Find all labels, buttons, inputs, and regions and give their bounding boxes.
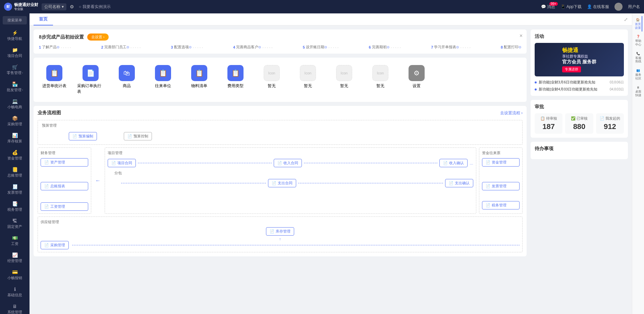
- quick-item-partner[interactable]: 📋 往来单位: [146, 62, 180, 98]
- go-settings-button[interactable]: 去设置 ›: [87, 34, 109, 41]
- sidebar-item-ecommerce[interactable]: 💻 小畅电商: [1, 96, 28, 112]
- tax-icon: 📑: [12, 201, 18, 206]
- notice-date: 04月03日: [610, 87, 624, 92]
- settings-icon[interactable]: ⚙: [70, 4, 74, 9]
- sidebar-item-system[interactable]: 🖥 系统管理: [1, 301, 28, 314]
- quick-item-settings[interactable]: ⚙ 设置: [400, 62, 433, 98]
- ledger-icon: 📒: [12, 167, 18, 172]
- sidebar-item-project-contract[interactable]: 📁 项目合同: [1, 45, 28, 61]
- approval-title: 审批: [535, 104, 624, 110]
- capital-mgmt-node[interactable]: 📄 资金管理: [482, 158, 520, 167]
- main-layout: 搜索菜单 ⚡ 快捷导航 📁 项目合同 🛒 零售管理 › 🏪 批发管理 › 💻: [0, 13, 644, 314]
- quick-item-bom[interactable]: 📋 物料清单: [182, 62, 216, 98]
- community-icon: 👥: [636, 69, 640, 72]
- right-mini-sidebar: 🏠 首页设置 ❓ 帮助中心 📞 客服热线 👥 服务社区 🖥 桌面快捷: [632, 13, 644, 314]
- quick-item-empty3[interactable]: Icon 暂无: [327, 62, 361, 98]
- assets-icon: 🏗: [12, 218, 17, 224]
- tax-mgmt-node[interactable]: 📄 税务管理: [482, 201, 520, 209]
- sidebar-item-label: 经营管理: [7, 258, 22, 263]
- app-download-button[interactable]: 📱 App下载: [560, 4, 582, 10]
- income-contract-node[interactable]: 📄 收入合同: [274, 159, 302, 167]
- sidebar-item-operation[interactable]: 📈 经营管理: [1, 250, 28, 266]
- approval-stat-my-submit[interactable]: 📄 我发起的 912: [596, 113, 624, 134]
- right-sidebar-desktop[interactable]: 🖥 桌面快捷: [635, 84, 642, 99]
- asset-mgmt-node[interactable]: 📄 资产管理: [41, 158, 88, 167]
- quick-item-empty4[interactable]: Icon 暂无: [364, 62, 397, 98]
- search-menu-button[interactable]: 搜索菜单: [3, 16, 27, 24]
- income-confirm-node[interactable]: 📄 收入确认: [439, 159, 468, 167]
- sidebar-item-finance[interactable]: 💰 资金管理: [1, 147, 28, 164]
- company-selector[interactable]: 公司名称 ▾: [42, 3, 66, 10]
- sidebar-item-basic-info[interactable]: ℹ 基础信息: [1, 284, 28, 300]
- quick-item-label: 费用类型: [227, 83, 244, 89]
- sidebar-item-purchase[interactable]: 📦 采购管理: [1, 113, 28, 129]
- sidebar-item-retail[interactable]: 🛒 零售管理 ›: [1, 62, 28, 78]
- project-contract-node[interactable]: 📄 项目合同: [108, 159, 136, 167]
- approval-stat-approved[interactable]: ✅ 已审核 880: [565, 113, 593, 134]
- join-group-button[interactable]: 专属进群: [562, 66, 581, 72]
- avatar[interactable]: [614, 3, 623, 11]
- general-ledger-node[interactable]: 📄 总账报表: [41, 182, 88, 190]
- sidebar-item-tax[interactable]: 📑 税务管理: [1, 198, 28, 215]
- sidebar-item-wholesale[interactable]: 🏪 批发管理 ›: [1, 79, 28, 95]
- step-divider: - - - - -: [391, 45, 430, 49]
- right-sidebar-hotline[interactable]: 📞 客服热线: [635, 50, 642, 65]
- biz-flow-link[interactable]: 去设置流程 ›: [500, 110, 523, 116]
- notice-dot-icon: [535, 88, 537, 90]
- budget-group: 预算管理 📄 预算编制 📄 预算控制: [38, 120, 523, 145]
- setup-title: 8步完成产品初始设置: [39, 34, 84, 40]
- salary-mgmt-node[interactable]: 📄 工资管理: [41, 202, 88, 211]
- right-sidebar-home[interactable]: 🏠 首页设置: [634, 16, 642, 32]
- demo-link[interactable]: 我要看实例演示: [79, 4, 111, 10]
- quick-item-empty1[interactable]: Icon 暂无: [255, 62, 288, 98]
- sidebar-item-fixed-assets[interactable]: 🏗 固定资产: [1, 215, 28, 232]
- sidebar-item-quick-nav[interactable]: ⚡ 快捷导航: [1, 27, 28, 44]
- quick-item-expense-type[interactable]: 📋 费用类型: [219, 62, 252, 98]
- right-sidebar-help[interactable]: ❓ 帮助中心: [635, 33, 642, 48]
- sidebar-item-label: 小畅电商: [7, 105, 22, 110]
- expense-confirm-node[interactable]: 📄 支出确认: [445, 179, 473, 187]
- maximize-button[interactable]: ⤢: [624, 17, 628, 22]
- step-divider: - - - - -: [262, 45, 302, 49]
- step-4: 4 完善商品客户 ⊙: [233, 45, 261, 50]
- sidebar-item-invoice[interactable]: 🧾 发票管理: [1, 181, 28, 198]
- tab-home[interactable]: 首页: [34, 13, 53, 25]
- quick-item-purchase-order[interactable]: 📄 采购订单执行表: [74, 62, 107, 98]
- messages-button[interactable]: 💬 消息 99+: [541, 4, 555, 10]
- activity-notices: 新功能|业财3月6日功能更新抢先知 03月06日 新功能|业财4月03日功能更新…: [535, 80, 624, 92]
- chevron-right-icon: ›: [22, 71, 23, 74]
- sidebar-item-salary[interactable]: 💵 工资: [1, 233, 28, 249]
- step-label: 完善期初: [372, 45, 387, 50]
- step-5: 5 设开账日期 ⊙: [303, 45, 327, 50]
- quick-item-empty2[interactable]: Icon 暂无: [291, 62, 325, 98]
- system-icon: 🖥: [12, 304, 17, 309]
- close-button[interactable]: ×: [520, 33, 523, 39]
- invoice-icon: 🧾: [12, 184, 18, 189]
- notice-item-2[interactable]: 新功能|业财4月03日功能更新抢先知 04月03日: [535, 87, 624, 92]
- sidebar-item-inventory-calc[interactable]: 📊 库存核算: [1, 130, 28, 146]
- inventory-mgmt-node[interactable]: 📄 库存管理: [266, 227, 294, 236]
- expense-contract-node[interactable]: 📄 支出合同: [268, 179, 296, 187]
- budget-control-node[interactable]: 📄 预算控制: [124, 132, 152, 140]
- empty2-icon: Icon: [300, 65, 316, 81]
- online-support-button[interactable]: 👤 在线客服: [587, 4, 609, 10]
- doc-icon: 📄: [270, 229, 274, 234]
- quick-item-goods[interactable]: 🛍 商品: [110, 62, 144, 98]
- expense-type-icon: 📋: [227, 65, 244, 81]
- quick-item-stock-stat[interactable]: 📋 进货单统计表: [38, 62, 71, 98]
- app-logo: 财 畅捷通好业财 专业版: [4, 2, 38, 11]
- right-sidebar-community[interactable]: 👥 服务社区: [635, 67, 642, 82]
- budget-plan-node[interactable]: 📄 预算编制: [69, 132, 97, 140]
- banner-line1: 畅捷通: [562, 47, 578, 54]
- step-divider: - - - - -: [460, 45, 499, 49]
- sidebar-item-general-ledger[interactable]: 📒 总账管理: [1, 164, 28, 181]
- approval-stat-pending[interactable]: 📋 待审核 187: [535, 113, 562, 134]
- sidebar-item-label: 税务管理: [7, 207, 22, 212]
- my-submit-label: 我发起的: [605, 116, 620, 121]
- sidebar-item-expense[interactable]: 💳 小畅报销: [1, 267, 28, 283]
- purchase-mgmt-node[interactable]: 📄 采购管理: [41, 241, 69, 249]
- project-group-label: 项目管理: [108, 150, 473, 155]
- notice-item-1[interactable]: 新功能|业财3月6日功能更新抢先知 03月06日: [535, 80, 624, 85]
- invoice-mgmt-node[interactable]: 📄 发票管理: [482, 182, 520, 190]
- settings-icon: ⚙: [409, 65, 425, 81]
